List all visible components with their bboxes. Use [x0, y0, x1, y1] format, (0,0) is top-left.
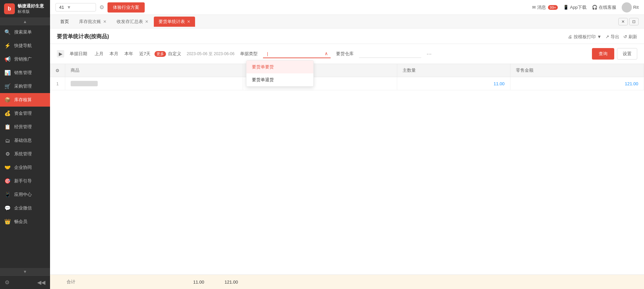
marketing-icon: 📢 [4, 56, 11, 62]
sidebar-logo: b 畅捷通好生意 标准版 [0, 0, 50, 18]
sidebar-bottom: ⚙ ◀◀ [0, 275, 50, 289]
sidebar-item-quick-nav[interactable]: ⚡ 快捷导航 [0, 39, 50, 52]
sidebar-scroll-down[interactable]: ▼ [0, 268, 50, 275]
date-more-badge[interactable]: 更多 [154, 51, 166, 57]
filter-actions: 查询 设置 [592, 48, 637, 60]
sidebar-item-marketing[interactable]: 📢 营销推广 [0, 52, 50, 66]
total-label: 合计 [55, 279, 170, 285]
content-area: 要货单统计表(按商品) 🖨 按模板打印 ▼ ↗ 导出 ↺ 刷新 ▶ [50, 28, 644, 289]
page-header: 要货单统计表(按商品) 🖨 按模板打印 ▼ ↗ 导出 ↺ 刷新 [50, 28, 644, 44]
app-download-item[interactable]: 📱 App下载 [563, 4, 587, 10]
print-template-action[interactable]: 🖨 按模板打印 ▼ [568, 34, 601, 40]
user-avatar-item[interactable]: Rit [622, 2, 639, 13]
guide-icon: 🎯 [4, 178, 11, 184]
purchase-icon: 🛒 [4, 83, 11, 89]
date-filter-label: 单据日期 [70, 51, 87, 57]
warehouse-filter-input[interactable] [359, 50, 421, 58]
settings-btn[interactable]: 设置 [617, 48, 637, 60]
sidebar-item-basic-info[interactable]: 🗂 基础信息 [0, 134, 50, 147]
row-product [65, 77, 243, 90]
member-icon: 👑 [4, 219, 11, 225]
type-filter-select[interactable]: | ∧ [263, 49, 331, 58]
industry-btn[interactable]: 体验行业方案 [108, 2, 145, 13]
date-btn-7days[interactable]: 近7天 [137, 50, 152, 58]
type-select-arrow: ∧ [325, 51, 328, 56]
search-icon: 🔍 [4, 29, 11, 35]
company-select[interactable]: 41 ▼ [55, 3, 96, 12]
filter-more-btn[interactable]: ··· [427, 50, 432, 58]
filter-bar: ▶ 单据日期 上月 本月 本年 近7天 更多 自定义 2023-05-06 至 … [50, 44, 644, 64]
wechat-icon: 💬 [4, 205, 11, 211]
main-area: 41 ▼ ⚙ 体验行业方案 ✉ 消息 99+ 📱 App下载 🎧 在线客服 R [50, 0, 644, 289]
sidebar-item-inventory[interactable]: 📦 库存核算 [0, 93, 50, 107]
col-settings[interactable]: ⚙ [50, 64, 65, 77]
tab-close-order-stats[interactable]: ✕ [187, 19, 190, 24]
sidebar-item-guide[interactable]: 🎯 新手引导 [0, 174, 50, 188]
online-service-item[interactable]: 🎧 在线客服 [592, 4, 616, 10]
page-title: 要货单统计表(按商品) [57, 33, 109, 40]
warehouse-filter-label: 要货仓库 [336, 51, 354, 57]
sidebar-item-finance[interactable]: 💰 资金管理 [0, 107, 50, 120]
tab-close-all-btn[interactable]: ✕ [618, 18, 628, 25]
message-item[interactable]: ✉ 消息 99+ [532, 4, 558, 10]
row-qty[interactable]: 11.00 [397, 77, 510, 90]
sidebar-item-operations[interactable]: 📋 经营管理 [0, 120, 50, 134]
refresh-icon: ↺ [623, 34, 627, 39]
export-action[interactable]: ↗ 导出 [605, 34, 619, 40]
export-icon: ↗ [605, 34, 609, 39]
filter-expand-btn[interactable]: ▶ [57, 50, 64, 58]
col-qty: 主数量 [397, 64, 510, 77]
avatar [622, 2, 632, 13]
refresh-action[interactable]: ↺ 刷新 [623, 34, 637, 40]
date-btn-last-month[interactable]: 上月 [93, 50, 105, 58]
print-dropdown-arrow: ▼ [597, 34, 601, 39]
date-btn-this-year[interactable]: 本年 [122, 50, 135, 58]
type-filter-label: 单据类型 [240, 51, 258, 57]
query-btn[interactable]: 查询 [592, 48, 614, 60]
app-center-icon: 📱 [4, 192, 11, 198]
col-product: 商品 [65, 64, 243, 77]
date-filter: 上月 本月 本年 近7天 更多 自定义 [93, 50, 181, 58]
tab-recv-send[interactable]: 收发存汇总表 ✕ [112, 17, 153, 27]
dropdown-item-order-goods[interactable]: 要货单要货 [246, 61, 313, 73]
tab-inventory-batch[interactable]: 库存批次账 ✕ [74, 17, 111, 27]
topbar-left: 41 ▼ ⚙ 体验行业方案 [55, 2, 145, 13]
tab-close-inventory-batch[interactable]: ✕ [103, 19, 106, 24]
row-amount[interactable]: 121.00 [510, 77, 644, 90]
settings-icon[interactable]: ⚙ [5, 279, 9, 286]
page-header-actions: 🖨 按模板打印 ▼ ↗ 导出 ↺ 刷新 [568, 34, 637, 40]
sidebar-item-enterprise[interactable]: 🤝 企业协同 [0, 161, 50, 174]
sidebar-item-purchase[interactable]: 🛒 采购管理 [0, 80, 50, 93]
collapse-icon[interactable]: ◀◀ [37, 279, 45, 286]
sidebar-item-member[interactable]: 👑 畅会员 [0, 215, 50, 228]
table-header-row: ⚙ 商品 主计量单位 主数量 零售金额 [50, 64, 644, 77]
tab-order-stats[interactable]: 要货单统计表 ✕ [154, 17, 195, 27]
sidebar-nav: 🔍 搜索菜单 ⚡ 快捷导航 📢 营销推广 📊 销售管理 🛒 采购管理 📦 库存核… [0, 25, 50, 268]
app-logo-text: 畅捷通好生意 标准版 [18, 3, 44, 14]
sidebar-item-system[interactable]: ⚙ 系统管理 [0, 147, 50, 161]
operations-icon: 📋 [4, 124, 11, 130]
product-blurred [71, 81, 98, 86]
sidebar-item-search[interactable]: 🔍 搜索菜单 [0, 25, 50, 39]
system-icon: ⚙ [4, 151, 11, 157]
app-download-icon: 📱 [563, 5, 569, 10]
topbar-right: ✉ 消息 99+ 📱 App下载 🎧 在线客服 Rit [532, 2, 639, 13]
tab-close-recv-send[interactable]: ✕ [145, 19, 148, 24]
type-select-divider: | [267, 51, 268, 56]
dropdown-item-order-return[interactable]: 要货单退货 [246, 73, 313, 86]
sidebar-item-sales[interactable]: 📊 销售管理 [0, 66, 50, 80]
tab-home[interactable]: 首页 [55, 17, 74, 27]
sidebar-scroll-up[interactable]: ▲ [0, 18, 50, 25]
quick-nav-icon: ⚡ [4, 43, 11, 49]
date-btn-this-month[interactable]: 本月 [108, 50, 120, 58]
tabs-bar: 首页 库存批次账 ✕ 收发存汇总表 ✕ 要货单统计表 ✕ ✕ ⊡ [50, 15, 644, 28]
total-qty: 11.00 [170, 280, 204, 285]
sidebar-item-app-center[interactable]: 📱 应用中心 [0, 188, 50, 201]
date-custom-btn[interactable]: 自定义 [168, 51, 181, 57]
sidebar-item-wechat[interactable]: 💬 企业微信 [0, 201, 50, 215]
topbar-gear-icon[interactable]: ⚙ [99, 4, 104, 10]
table-row: 1 块 11.00 121.00 [50, 77, 644, 90]
sales-icon: 📊 [4, 70, 11, 76]
finance-icon: 💰 [4, 110, 11, 116]
tab-expand-btn[interactable]: ⊡ [629, 18, 639, 25]
